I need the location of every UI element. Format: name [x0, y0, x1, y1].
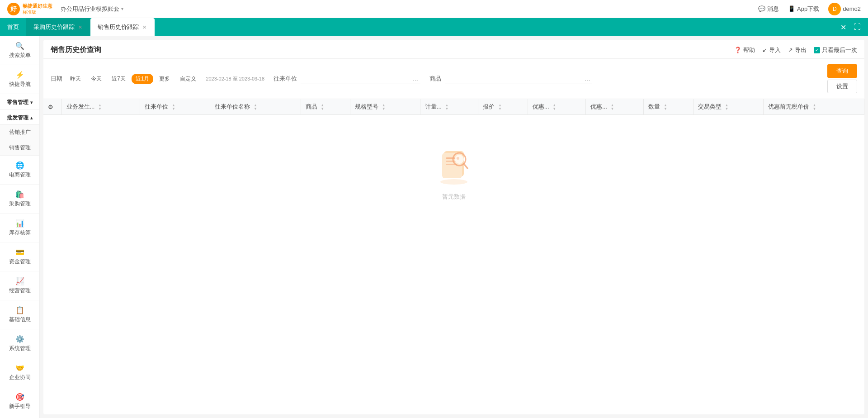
export-button[interactable]: ↗ 导出	[788, 46, 807, 54]
th-settings[interactable]: ⚙	[43, 99, 61, 115]
sort-icon-spec: ▲▼	[382, 104, 386, 111]
svg-line-8	[464, 164, 467, 168]
page-title: 销售历史价查询	[51, 45, 101, 55]
sidebar-item-finance[interactable]: 💳 资金管理	[0, 242, 39, 271]
sidebar-label-wholesale-mgmt: 批发管理	[7, 114, 28, 122]
ecommerce-icon: 🌐	[15, 161, 24, 170]
svg-point-7	[455, 155, 464, 164]
sidebar-item-inventory[interactable]: 📊 库存核算	[0, 214, 39, 242]
sidebar-item-marketing[interactable]: 营销推广	[0, 125, 39, 140]
th-pretax-price[interactable]: 优惠前无税单价 ▲▼	[763, 99, 864, 115]
date-filter-group: 日期 昨天 今天 近7天 近1月 更多 自定义 2023-02-18 至 202…	[51, 74, 264, 84]
sidebar-item-purchase[interactable]: 🛍️ 采购管理	[0, 185, 39, 214]
sidebar-item-wholesale-mgmt[interactable]: 批发管理 ▴	[0, 109, 39, 125]
only-last-checkbox[interactable]: ✓ 只看最后一次	[814, 46, 857, 54]
date-btn-yesterday[interactable]: 昨天	[66, 74, 85, 84]
inventory-icon: 📊	[15, 219, 24, 228]
chevron-down-retail-icon: ▾	[30, 100, 33, 105]
sort-icon-discount2: ▲▼	[611, 104, 614, 111]
sidebar-item-app-center[interactable]: 📱 应用中心	[0, 416, 39, 418]
sidebar-label-inventory: 库存核算	[9, 229, 31, 237]
th-discount1[interactable]: 优惠... ▲▼	[528, 99, 585, 115]
tab-sales-history[interactable]: 销售历史价跟踪 ✕	[90, 18, 155, 36]
tab-sales-history-label: 销售历史价跟踪	[98, 23, 139, 31]
th-product[interactable]: 商品 ▲▼	[301, 99, 350, 115]
tab-purchase-history-close[interactable]: ✕	[77, 24, 83, 31]
page-header-actions: ❓ 帮助 ↙ 导入 ↗ 导出 ✓ 只看最后一次	[734, 46, 857, 54]
date-btn-last7[interactable]: 近7天	[108, 74, 130, 84]
sidebar-item-basic-info[interactable]: 📋 基础信息	[0, 300, 39, 329]
th-partner-code[interactable]: 往来单位 ▲▼	[140, 99, 210, 115]
th-quantity[interactable]: 数量 ▲▼	[644, 99, 693, 115]
help-button[interactable]: ❓ 帮助	[734, 46, 755, 54]
sidebar-item-operations[interactable]: 📈 经营管理	[0, 271, 39, 300]
sidebar-label-marketing: 营销推广	[9, 129, 31, 135]
date-label: 日期	[51, 75, 62, 83]
partner-dots-button[interactable]: ...	[413, 75, 419, 83]
th-discount2[interactable]: 优惠... ▲▼	[586, 99, 644, 115]
basic-info-icon: 📋	[15, 306, 24, 314]
sort-icon-discount1: ▲▼	[552, 104, 556, 111]
data-table: ⚙ 业务发生... ▲▼ 往来单位 ▲▼ 往来单位名称	[43, 99, 864, 115]
purchase-icon: 🛍️	[15, 190, 24, 199]
sidebar-label-corp-agreement: 企业协同	[9, 374, 31, 381]
app-name-label: 办公用品行业模拟账套	[61, 5, 119, 13]
import-button[interactable]: ↙ 导入	[762, 46, 781, 54]
sidebar-item-corp-agreement[interactable]: 🤝 企业协同	[0, 358, 39, 387]
th-quote[interactable]: 报价 ▲▼	[478, 99, 528, 115]
th-unit[interactable]: 计量... ▲▼	[420, 99, 478, 115]
sidebar-label-new-guide: 新手引导	[9, 403, 31, 410]
chevron-down-icon: ▾	[121, 6, 123, 11]
sidebar-item-search-menu[interactable]: 🔍 搜索菜单	[0, 36, 39, 65]
date-btn-more[interactable]: 更多	[155, 74, 174, 84]
logo-text: 畅捷通好生意 标准版	[23, 3, 52, 15]
sidebar-label-sales-mgmt: 销售管理	[9, 144, 31, 151]
sidebar-item-system[interactable]: ⚙️ 系统管理	[0, 329, 39, 358]
header-right: 💬 消息 📱 App下载 D demo2	[758, 3, 861, 15]
chevron-up-wholesale-icon: ▴	[30, 115, 33, 120]
th-partner-name[interactable]: 往来单位名称 ▲▼	[210, 99, 301, 115]
tab-close-all-button[interactable]: ✕	[839, 21, 848, 33]
export-icon: ↗	[788, 47, 793, 53]
date-btn-1month[interactable]: 近1月	[132, 74, 154, 84]
tab-purchase-history[interactable]: 采购历史价跟踪 ✕	[26, 18, 90, 36]
sidebar-item-quick-nav[interactable]: ⚡ 快捷导航	[0, 65, 39, 94]
product-dots-button[interactable]: ...	[584, 75, 590, 83]
sidebar-item-new-guide[interactable]: 🎯 新手引导	[0, 387, 39, 416]
sort-icon-biz-date: ▲▼	[98, 104, 102, 111]
system-icon: ⚙️	[15, 335, 24, 343]
tab-fullscreen-button[interactable]: ⛶	[852, 21, 863, 33]
date-btn-today[interactable]: 今天	[87, 74, 106, 84]
product-input[interactable]	[447, 75, 582, 82]
date-btn-custom[interactable]: 自定义	[176, 74, 200, 84]
sidebar-item-retail-mgmt[interactable]: 零售管理 ▾	[0, 94, 39, 109]
export-label: 导出	[795, 46, 807, 54]
user-area[interactable]: D demo2	[828, 3, 861, 15]
sort-icon-partner-name: ▲▼	[254, 104, 257, 111]
product-filter-group: 商品 ...	[429, 74, 592, 84]
app-download-button[interactable]: 📱 App下载	[788, 5, 819, 13]
sort-icon-quantity: ▲▼	[664, 104, 667, 111]
sidebar-item-sales-mgmt[interactable]: 销售管理	[0, 140, 39, 156]
empty-text: 暂元数据	[442, 193, 466, 201]
import-icon: ↙	[762, 47, 767, 53]
tab-home-label: 首页	[7, 23, 19, 31]
only-last-label: 只看最后一次	[822, 46, 857, 54]
tab-home[interactable]: 首页	[0, 18, 26, 36]
th-spec[interactable]: 规格型号 ▲▼	[350, 99, 420, 115]
product-input-wrap: ...	[445, 74, 592, 84]
sort-icon-unit: ▲▼	[445, 104, 448, 111]
partner-input[interactable]	[302, 75, 411, 82]
sidebar-item-ecommerce[interactable]: 🌐 电商管理	[0, 156, 39, 185]
th-biz-date[interactable]: 业务发生... ▲▼	[61, 99, 140, 115]
partner-input-wrap: ...	[301, 74, 420, 84]
tab-sales-history-close[interactable]: ✕	[142, 24, 147, 31]
query-button[interactable]: 查询	[827, 64, 857, 78]
product-label: 商品	[429, 75, 441, 83]
message-button[interactable]: 💬 消息	[758, 5, 779, 13]
page-header: 销售历史价查询 ❓ 帮助 ↙ 导入 ↗ 导出 ✓	[43, 40, 864, 59]
settings-button[interactable]: 设置	[827, 80, 857, 93]
sidebar-label-quick-nav: 快捷导航	[9, 81, 31, 88]
app-selector[interactable]: 办公用品行业模拟账套 ▾	[57, 3, 127, 15]
th-trade-type[interactable]: 交易类型 ▲▼	[693, 99, 763, 115]
